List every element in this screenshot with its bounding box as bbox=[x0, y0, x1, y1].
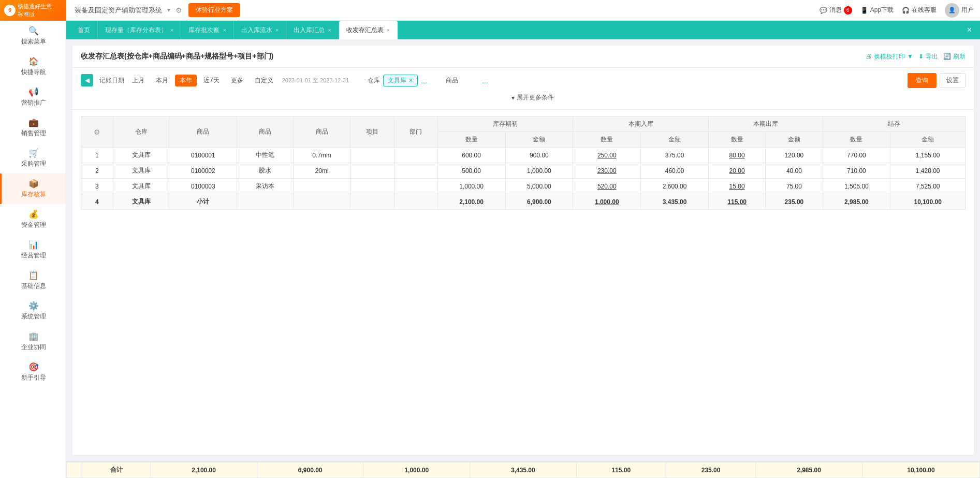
sidebar-icon-purchase: 🛒 bbox=[28, 148, 39, 158]
cell-open-amt: 5,000.00 bbox=[505, 179, 573, 194]
goods-filter-dots[interactable]: ... bbox=[482, 77, 488, 85]
sidebar-icon-capital: 💰 bbox=[28, 209, 39, 219]
cell-open-amt: 6,900.00 bbox=[505, 194, 573, 210]
app-download-action[interactable]: 📱 App下载 bbox=[860, 6, 894, 15]
warehouse-tag-close[interactable]: ✕ bbox=[408, 77, 413, 84]
top-header: 6 畅捷通好生意 标准版 装备及固定资产辅助管理系统 ▼ ⚙ 体验行业方案 💬 … bbox=[0, 0, 980, 21]
sidebar-item-system[interactable]: ⚙️ 系统管理 bbox=[0, 296, 66, 326]
tab-bar-close-button[interactable]: × bbox=[963, 25, 976, 35]
th-settings[interactable]: ⚙ bbox=[81, 117, 113, 148]
online-service-action[interactable]: 🎧 在线客服 bbox=[902, 6, 937, 15]
sidebar-item-operation[interactable]: 📊 经营管理 bbox=[0, 235, 66, 265]
th-out-amt: 金额 bbox=[766, 132, 823, 148]
footer-label: 合计 bbox=[82, 462, 151, 478]
cell-out-qty[interactable]: 115.00 bbox=[709, 194, 766, 210]
tab-close-stock-dist[interactable]: × bbox=[170, 27, 173, 33]
cell-out-qty[interactable]: 80.00 bbox=[709, 148, 766, 163]
sidebar-item-quick-nav[interactable]: 🏠 快捷导航 bbox=[0, 51, 66, 82]
tab-batch[interactable]: 库存批次账× bbox=[181, 21, 233, 39]
date-btn-more[interactable]: 更多 bbox=[226, 75, 248, 86]
footer-out-qty: 115.00 bbox=[576, 462, 666, 478]
sidebar-label-capital: 资金管理 bbox=[21, 221, 46, 229]
sidebar-item-guide[interactable]: 🎯 新手引导 bbox=[0, 357, 66, 387]
logo-text: 畅捷通好生意 标准版 bbox=[18, 3, 52, 18]
filter-settings-button[interactable]: 设置 bbox=[940, 73, 966, 88]
cell-warehouse: 文具库 bbox=[113, 179, 169, 194]
tab-recv-send-summary[interactable]: 收发存汇总表× bbox=[339, 21, 398, 39]
dropdown-arrow-icon[interactable]: ▼ bbox=[166, 7, 171, 13]
cell-open-qty: 500.00 bbox=[437, 163, 505, 179]
date-options: 上月 本月 本年 近7天 更多 自定义 2023-01-01 至 2023-12… bbox=[127, 75, 349, 86]
cell-name: 采访本 bbox=[237, 179, 294, 194]
th-project: 项目 bbox=[350, 117, 394, 148]
cell-project bbox=[350, 163, 394, 179]
tab-in-out-flow[interactable]: 出入库流水× bbox=[234, 21, 286, 39]
date-btn-this-year[interactable]: 本年 bbox=[175, 75, 197, 86]
tab-close-in-out-flow[interactable]: × bbox=[275, 27, 279, 33]
settings-icon[interactable]: ⚙ bbox=[175, 6, 182, 15]
tab-close-in-out-summary[interactable]: × bbox=[328, 27, 331, 33]
user-action[interactable]: 👤 用户 bbox=[945, 3, 974, 18]
cell-bal-amt: 1,155.00 bbox=[890, 148, 966, 163]
cell-in-qty[interactable]: 250.00 bbox=[573, 148, 641, 163]
cell-in-qty[interactable]: 230.00 bbox=[573, 163, 641, 179]
th-bal-qty: 数量 bbox=[823, 132, 890, 148]
sidebar-item-sales[interactable]: 💼 销售管理 bbox=[0, 112, 66, 143]
cell-index: 2 bbox=[81, 163, 113, 179]
cell-open-qty: 2,100.00 bbox=[437, 194, 505, 210]
tab-home[interactable]: 首页 bbox=[70, 21, 98, 39]
cell-out-qty[interactable]: 20.00 bbox=[709, 163, 766, 179]
date-filter-section: 记账日期 上月 本月 本年 近7天 更多 自定义 2023-01-01 至 20… bbox=[99, 75, 349, 86]
tab-close-batch[interactable]: × bbox=[223, 27, 226, 33]
tab-label-home: 首页 bbox=[78, 26, 90, 35]
cell-in-qty[interactable]: 520.00 bbox=[573, 179, 641, 194]
cell-open-qty: 600.00 bbox=[437, 148, 505, 163]
th-in: 本期入库 bbox=[573, 117, 709, 132]
cell-warehouse: 文具库 bbox=[113, 148, 169, 163]
tab-in-out-summary[interactable]: 出入库汇总× bbox=[286, 21, 339, 39]
message-action[interactable]: 💬 消息 6 bbox=[820, 6, 852, 15]
filter-row-1: 记账日期 上月 本月 本年 近7天 更多 自定义 2023-01-01 至 20… bbox=[99, 73, 966, 88]
sidebar-label-sales: 销售管理 bbox=[21, 129, 46, 138]
print-button[interactable]: 🖨 换模板打印 ▼ bbox=[866, 52, 913, 61]
sidebar-label-quick-nav: 快捷导航 bbox=[21, 68, 46, 77]
date-btn-7days[interactable]: 近7天 bbox=[199, 75, 224, 86]
footer-out-amt: 235.00 bbox=[666, 462, 755, 478]
sidebar-item-search[interactable]: 🔍 搜索菜单 bbox=[0, 21, 66, 51]
cell-bal-amt: 1,420.00 bbox=[890, 163, 966, 179]
query-button[interactable]: 查询 bbox=[908, 73, 937, 88]
date-btn-this-month[interactable]: 本月 bbox=[151, 75, 173, 86]
th-open-amt: 金额 bbox=[505, 132, 573, 148]
export-button[interactable]: ⬇ 导出 bbox=[918, 52, 938, 61]
th-out-qty: 数量 bbox=[709, 132, 766, 148]
th-spec: 商品 bbox=[294, 117, 350, 148]
th-dept: 部门 bbox=[394, 117, 437, 148]
cell-dept bbox=[394, 148, 437, 163]
trial-button[interactable]: 体验行业方案 bbox=[188, 3, 240, 17]
logo-area: 6 畅捷通好生意 标准版 bbox=[0, 0, 66, 21]
sidebar-item-capital[interactable]: 💰 资金管理 bbox=[0, 204, 66, 235]
warehouse-filter-dots[interactable]: ... bbox=[421, 77, 427, 85]
cell-in-qty[interactable]: 1,000.00 bbox=[573, 194, 641, 210]
expand-row: ▾ 展开更多条件 bbox=[99, 91, 966, 104]
cell-out-qty[interactable]: 15.00 bbox=[709, 179, 766, 194]
tab-close-recv-send-summary[interactable]: × bbox=[387, 27, 390, 33]
cell-spec bbox=[294, 194, 350, 210]
tab-stock-dist[interactable]: 现存量（库存分布表）× bbox=[98, 21, 181, 39]
sidebar-item-inventory[interactable]: 📦 库存核算 bbox=[0, 173, 66, 204]
refresh-button[interactable]: 🔄 刷新 bbox=[943, 52, 966, 61]
footer-row: 合计 2,100.00 6,900.00 1,000.00 3,435.00 1… bbox=[67, 462, 980, 478]
footer-open-amt: 6,900.00 bbox=[257, 462, 363, 478]
th-warehouse: 仓库 bbox=[113, 117, 169, 148]
sidebar-item-purchase[interactable]: 🛒 采购管理 bbox=[0, 143, 66, 173]
sidebar-item-marketing[interactable]: 📢 营销推广 bbox=[0, 82, 66, 112]
cell-code: 0100002 bbox=[169, 163, 237, 179]
sidebar-label-search: 搜索菜单 bbox=[21, 37, 46, 46]
sidebar-item-basic-info[interactable]: 📋 基础信息 bbox=[0, 265, 66, 296]
date-btn-last-month[interactable]: 上月 bbox=[127, 75, 149, 86]
filter-toggle-button[interactable]: ◀ bbox=[81, 74, 93, 86]
sidebar-item-enterprise[interactable]: 🏢 企业协同 bbox=[0, 326, 66, 357]
date-btn-custom[interactable]: 自定义 bbox=[250, 75, 278, 86]
table-settings-icon[interactable]: ⚙ bbox=[94, 128, 100, 136]
expand-more-button[interactable]: ▾ 展开更多条件 bbox=[507, 91, 558, 104]
